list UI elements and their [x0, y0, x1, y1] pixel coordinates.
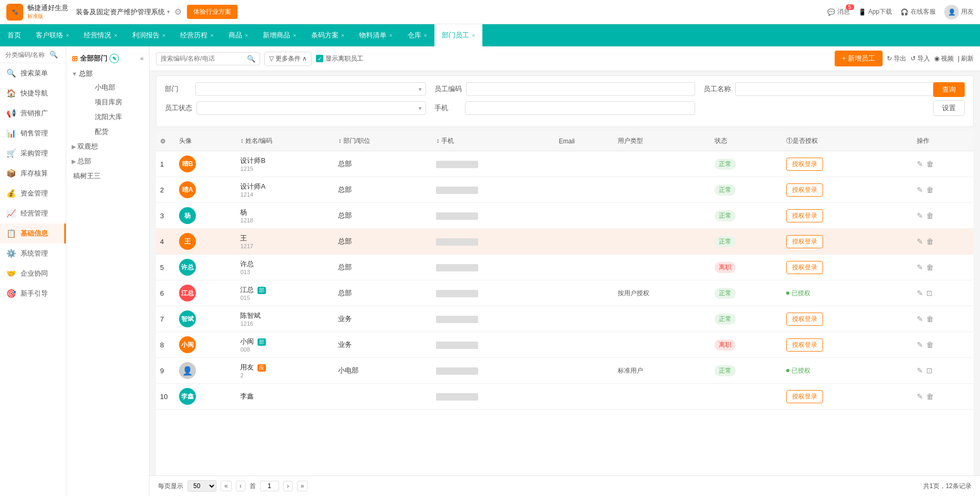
delete-icon[interactable]: 🗑 — [926, 237, 934, 246]
edit-icon[interactable]: ✎ — [917, 392, 923, 401]
sidebar-search-input[interactable] — [5, 51, 47, 59]
phone-input[interactable] — [465, 101, 696, 115]
page-input[interactable] — [260, 481, 279, 491]
dept-node-root[interactable]: ▼ 总部 — [72, 66, 149, 80]
sidebar-item-search[interactable]: 🔍搜索菜单 — [0, 63, 66, 83]
auth-button[interactable]: 授权登录 — [786, 209, 823, 222]
emp-name-input[interactable] — [735, 82, 965, 96]
dept-child-peihuo[interactable]: 配货 — [80, 124, 149, 139]
dept-child-shenyang[interactable]: 沈阳大库 — [80, 110, 149, 124]
sidebar-item-basic-info[interactable]: 📋基础信息 — [0, 223, 66, 244]
delete-icon[interactable]: 🗑 — [926, 186, 934, 194]
nav-item-warehouse[interactable]: 仓库 × — [400, 24, 434, 46]
delete-icon[interactable]: 🗑 — [926, 160, 934, 168]
auth-button[interactable]: 授权登录 — [786, 158, 823, 171]
nav-item-dept-emp[interactable]: 部门员工 × — [434, 24, 482, 46]
edit-icon[interactable]: ✎ — [917, 186, 923, 194]
sidebar-search-icon[interactable]: 🔍 — [50, 51, 58, 59]
prev-page-button[interactable]: ‹ — [236, 481, 245, 491]
nav-item-customer[interactable]: 客户联络 × — [28, 24, 76, 46]
search-input[interactable] — [161, 55, 245, 62]
close-icon[interactable]: × — [114, 32, 117, 38]
dept-node-gaoshu[interactable]: 稿树王三 — [72, 169, 149, 183]
close-icon[interactable]: × — [389, 32, 392, 38]
next-page-button[interactable]: › — [283, 481, 293, 491]
delete-icon[interactable]: 🗑 — [926, 392, 934, 401]
nav-item-goods[interactable]: 商品 × — [221, 24, 255, 46]
edit-icon[interactable]: ✎ — [917, 289, 923, 297]
dept-child-project[interactable]: 项目库房 — [80, 95, 149, 110]
dept-node-shuanglu[interactable]: ▶ 双鹿想 — [72, 139, 149, 154]
dept-node-zongbu[interactable]: ▶ 总部 — [72, 154, 149, 169]
nav-item-barcode[interactable]: 条码方案 × — [304, 24, 352, 46]
th-settings[interactable]: ⚙ — [156, 131, 175, 151]
gear-icon[interactable]: ⚙ — [174, 7, 182, 17]
sidebar-item-operation-mgmt[interactable]: 📈经营管理 — [0, 203, 66, 223]
close-icon[interactable]: × — [293, 32, 296, 38]
more-filter-button[interactable]: ▽ 更多条件 ∧ — [264, 52, 312, 66]
user-item[interactable]: 👤 用友 — [944, 5, 974, 20]
nav-item-profit[interactable]: 利润报告 × — [125, 24, 173, 46]
close-icon[interactable]: × — [341, 32, 344, 38]
reset-button[interactable]: 设置 — [933, 100, 965, 116]
auth-button[interactable]: 授权登录 — [786, 313, 823, 326]
edit-icon[interactable]: ✎ — [917, 341, 923, 349]
online-service-item[interactable]: 🎧 在线客服 — [900, 7, 936, 16]
edit-icon[interactable]: ✎ — [917, 237, 923, 246]
close-icon[interactable]: × — [66, 32, 69, 38]
auth-button[interactable]: 授权登录 — [786, 390, 823, 403]
th-dept-pos[interactable]: ↕ 部门/职位 — [334, 131, 432, 151]
show-resigned-toggle[interactable]: ✓ 显示离职员工 — [316, 54, 363, 63]
sidebar-item-sales[interactable]: 📊销售管理 — [0, 123, 66, 143]
print-button[interactable]: | 刷新 — [958, 54, 974, 63]
edit-icon[interactable]: ✎ — [917, 160, 923, 168]
sidebar-search-area[interactable]: 🔍 — [0, 46, 66, 63]
auth-button[interactable]: 授权登录 — [786, 338, 823, 352]
emp-code-input[interactable] — [466, 82, 696, 96]
add-employee-button[interactable]: + 新增员工 — [835, 51, 883, 66]
import-button[interactable]: ↺ 导入 — [910, 54, 930, 63]
sidebar-item-marketing[interactable]: 📢营销推广 — [0, 103, 66, 123]
dept-child-xiaodian[interactable]: 小电部 — [80, 80, 149, 95]
close-icon[interactable]: × — [210, 32, 213, 38]
nav-item-new-goods[interactable]: 新增商品 × — [255, 24, 303, 46]
export-button[interactable]: ↻ 导出 — [887, 54, 906, 63]
sidebar-item-system[interactable]: ⚙️系统管理 — [0, 244, 66, 264]
sidebar-item-finance[interactable]: 💰资金管理 — [0, 183, 66, 203]
edit-icon[interactable]: ✎ — [917, 211, 923, 220]
app-download-item[interactable]: 📱 App下载 — [858, 7, 892, 16]
delete-icon[interactable]: 🗑 — [926, 341, 934, 349]
delete-icon[interactable]: 🗑 — [926, 315, 934, 323]
close-icon[interactable]: × — [424, 32, 427, 38]
th-phone[interactable]: ↕ 手机 — [432, 131, 555, 151]
view-button[interactable]: ◉ 视频 — [934, 54, 954, 63]
dept-collapse-icon[interactable]: « — [140, 55, 144, 62]
auth-button[interactable]: 授权登录 — [786, 183, 823, 197]
nav-item-history[interactable]: 经营历程 × — [173, 24, 221, 46]
close-icon[interactable]: × — [162, 32, 165, 38]
nav-item-bom[interactable]: 物料清单 × — [352, 24, 400, 46]
search-icon[interactable]: 🔍 — [247, 55, 255, 63]
edit-dept-button[interactable]: ✎ — [110, 54, 119, 63]
sidebar-item-inventory[interactable]: 📦库存核算 — [0, 163, 66, 183]
th-name-code[interactable]: ↕ 姓名/编码 — [236, 131, 334, 151]
status-select[interactable] — [196, 101, 426, 115]
delete-icon[interactable]: 🗑 — [926, 211, 934, 220]
edit-icon[interactable]: ✎ — [917, 263, 923, 271]
auth-button[interactable]: 授权登录 — [786, 261, 823, 274]
per-page-select[interactable]: 50 100 — [187, 480, 216, 492]
edit-icon[interactable]: ✎ — [917, 366, 923, 375]
copy-icon[interactable]: ⊡ — [926, 289, 933, 297]
last-page-button[interactable]: » — [297, 481, 308, 491]
close-icon[interactable]: × — [472, 32, 475, 38]
auth-button[interactable]: 授权登录 — [786, 235, 823, 248]
query-button[interactable]: 查询 — [933, 82, 965, 97]
dept-select[interactable] — [195, 82, 426, 96]
nav-item-home[interactable]: 首页 — [0, 24, 28, 46]
trial-button[interactable]: 体验行业方案 — [187, 5, 237, 19]
delete-icon[interactable]: 🗑 — [926, 263, 934, 271]
sidebar-item-purchase[interactable]: 🛒采购管理 — [0, 143, 66, 163]
edit-icon[interactable]: ✎ — [917, 315, 923, 323]
copy-icon[interactable]: ⊡ — [926, 366, 933, 375]
search-box[interactable]: 🔍 — [156, 52, 260, 65]
